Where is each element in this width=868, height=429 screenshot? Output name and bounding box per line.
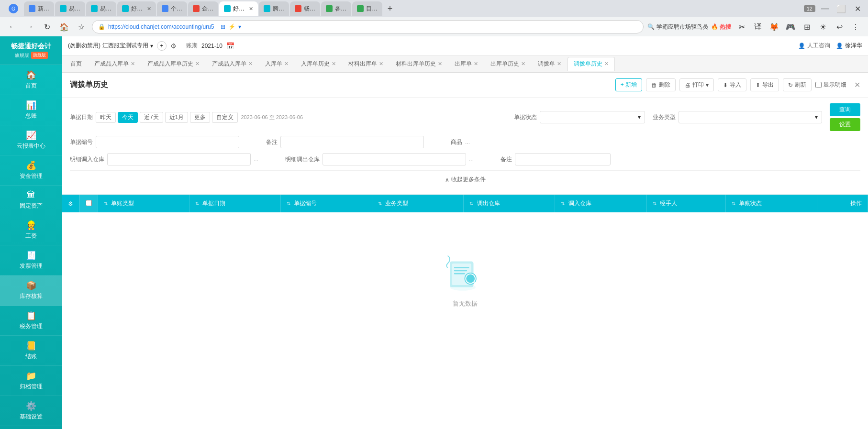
sidebar-item-settings[interactable]: ⚙️ 基础设置 <box>0 396 62 426</box>
service-button[interactable]: 👤 人工咨询 <box>798 42 830 50</box>
date-btn-more[interactable]: 更多 <box>190 112 210 123</box>
nav-tab-close-4[interactable]: ✕ <box>284 61 289 67</box>
sidebar-item-funds[interactable]: 💰 资金管理 <box>0 155 62 186</box>
calendar-icon[interactable]: 📅 <box>226 42 234 50</box>
address-bar[interactable]: 🔒 https://cloud.chanjet.com/accounting/u… <box>92 20 644 33</box>
nav-tab-close-1[interactable]: ✕ <box>131 61 135 67</box>
nav-tab-finished-history[interactable]: 产成品入库单历史 ✕ <box>141 57 206 71</box>
table-header-doc-date[interactable]: ⇅ 单据日期 <box>189 195 280 212</box>
detail-out-input[interactable] <box>323 153 466 165</box>
nav-tab-close-10[interactable]: ✕ <box>557 61 561 67</box>
sidebar-item-home[interactable]: 🏠 首页 <box>0 65 62 95</box>
sidebar-item-tax[interactable]: 📋 税务管理 <box>0 306 62 336</box>
sidebar-item-inventory[interactable]: 📦 库存核算 <box>0 275 62 306</box>
table-header-operator[interactable]: ⇅ 经手人 <box>646 195 725 212</box>
browser-tab-9[interactable]: 畅… <box>290 1 320 16</box>
sidebar-item-invoice[interactable]: 🧾 发票管理 <box>0 245 62 275</box>
print-button[interactable]: 🖨 打印 ▾ <box>679 78 714 91</box>
nav-tab-finished-goods2[interactable]: 产成品入库单 ✕ <box>206 57 259 71</box>
delete-button[interactable]: 🗑 删除 <box>646 78 676 91</box>
date-btn-custom[interactable]: 自定义 <box>212 112 238 123</box>
sidebar-item-guide[interactable]: 📖 新手引导 <box>0 426 62 429</box>
query-button[interactable]: 查询 <box>830 103 860 116</box>
extensions-btn[interactable]: ✂ <box>735 20 748 33</box>
date-btn-today[interactable]: 今天 <box>118 112 138 123</box>
goods-ellipsis-btn[interactable]: ... <box>465 139 470 145</box>
nav-tab-home[interactable]: 首页 <box>64 57 88 71</box>
user-info[interactable]: 👤 徐泽华 <box>836 42 862 50</box>
date-btn-7days[interactable]: 近7天 <box>140 112 163 123</box>
company-selector[interactable]: (勿删勿禁用) 江西服宝测试专用 ▾ <box>68 42 153 50</box>
sidebar-item-assets[interactable]: 🏛 固定资产 <box>0 186 62 215</box>
new-tab-button[interactable]: + <box>383 2 397 15</box>
company-dropdown-icon[interactable]: ▾ <box>150 43 153 49</box>
date-btn-1month[interactable]: 近1月 <box>165 112 189 123</box>
table-header-out-warehouse[interactable]: ⇅ 调出仓库 <box>464 195 555 212</box>
table-header-business-type[interactable]: ⇅ 业务类型 <box>372 195 464 212</box>
nav-tab-close-9[interactable]: ✕ <box>521 61 525 67</box>
collapse-button[interactable]: ∧ 收起更多条件 <box>439 174 491 186</box>
forward-button[interactable]: → <box>23 20 36 33</box>
business-type-select[interactable]: ▾ <box>679 111 822 123</box>
nav-tab-material-out[interactable]: 材料出库单 ✕ <box>342 57 389 71</box>
nav-tab-outbound[interactable]: 出库单 ✕ <box>448 57 484 71</box>
tab-close-4[interactable]: ✕ <box>147 6 151 12</box>
nav-tab-close-5[interactable]: ✕ <box>332 61 336 67</box>
menu-btn[interactable]: ⋮ <box>849 20 862 33</box>
nav-tab-close-3[interactable]: ✕ <box>248 61 253 67</box>
status-select[interactable]: ▾ <box>540 111 645 123</box>
select-all-checkbox[interactable] <box>86 200 92 206</box>
tab-close-7[interactable]: ✕ <box>249 6 253 12</box>
browser-tab-3[interactable]: 易… <box>86 1 116 16</box>
table-header-gear[interactable]: ⚙ <box>62 195 79 212</box>
browser-tab-7[interactable]: 好… ✕ <box>219 1 258 16</box>
browser-tab-8[interactable]: 腾… <box>259 1 289 16</box>
extra-remark-input[interactable] <box>515 153 611 165</box>
nav-tab-material-out-history[interactable]: 材料出库单历史 ✕ <box>389 57 448 71</box>
browser-tab-10[interactable]: 各… <box>321 1 351 16</box>
bookmark-button[interactable]: ☆ <box>75 20 88 33</box>
sidebar-item-archive[interactable]: 📁 归档管理 <box>0 366 62 396</box>
filter-settings-button[interactable]: 设置 <box>830 118 860 131</box>
refresh-button[interactable]: ↻ 刷新 <box>783 78 812 91</box>
nav-tab-close-8[interactable]: ✕ <box>474 61 478 67</box>
nav-tab-close-7[interactable]: ✕ <box>438 61 442 67</box>
browser-close[interactable]: ✕ <box>851 2 864 15</box>
display-detail-option[interactable]: 显示明细 <box>815 81 846 89</box>
nav-tab-transfer[interactable]: 调拨单 ✕ <box>532 57 568 71</box>
nav-tab-transfer-history[interactable]: 调拨单历史 ✕ <box>568 57 615 71</box>
browser-tab-6[interactable]: 企… <box>188 1 218 16</box>
wallet-btn[interactable]: 🦊 <box>768 20 781 33</box>
sidebar-item-closing[interactable]: 📒 结账 <box>0 336 62 366</box>
games-btn[interactable]: 🎮 <box>784 20 797 33</box>
table-header-checkbox[interactable] <box>79 195 98 212</box>
refresh-button[interactable]: ↻ <box>40 20 54 33</box>
import-button[interactable]: ⬇ 导入 <box>718 78 746 91</box>
detail-in-input[interactable] <box>107 153 251 165</box>
nav-tab-inbound-history[interactable]: 入库单历史 ✕ <box>295 57 342 71</box>
detail-in-ellipsis[interactable]: ... <box>254 156 258 163</box>
sidebar-item-payroll[interactable]: 👷 工资 <box>0 215 62 245</box>
undo-btn[interactable]: ↩ <box>833 20 846 33</box>
table-header-doc-number[interactable]: ⇅ 单据编号 <box>280 195 372 212</box>
grid-btn[interactable]: ⊞ <box>800 20 813 33</box>
detail-out-ellipsis[interactable]: ... <box>469 156 474 163</box>
nav-tab-finished-goods[interactable]: 产成品入库单 ✕ <box>88 57 141 71</box>
export-button[interactable]: ⬆ 导出 <box>750 78 779 91</box>
browser-tab-2[interactable]: 易… <box>55 1 85 16</box>
sidebar-item-reports[interactable]: 📈 云报表中心 <box>0 125 62 155</box>
nav-tab-outbound-history[interactable]: 出库单历史 ✕ <box>484 57 532 71</box>
remark-input[interactable] <box>280 136 424 148</box>
theme-btn[interactable]: ☀ <box>816 20 830 33</box>
nav-tab-inbound[interactable]: 入库单 ✕ <box>259 57 295 71</box>
new-button[interactable]: + 新增 <box>615 78 642 91</box>
table-header-doc-type[interactable]: ⇅ 单账类型 <box>98 195 189 212</box>
browser-tab-4[interactable]: 好… ✕ <box>117 1 156 16</box>
page-close-button[interactable]: ✕ <box>854 80 860 89</box>
nav-tab-close-11[interactable]: ✕ <box>604 61 609 67</box>
add-company-button[interactable]: + <box>157 41 167 51</box>
settings-gear-button[interactable]: ⚙ <box>170 42 177 50</box>
back-button[interactable]: ← <box>6 20 19 33</box>
browser-maximize[interactable]: ⬜ <box>835 2 848 15</box>
browser-tab-5[interactable]: 个… <box>157 1 187 16</box>
